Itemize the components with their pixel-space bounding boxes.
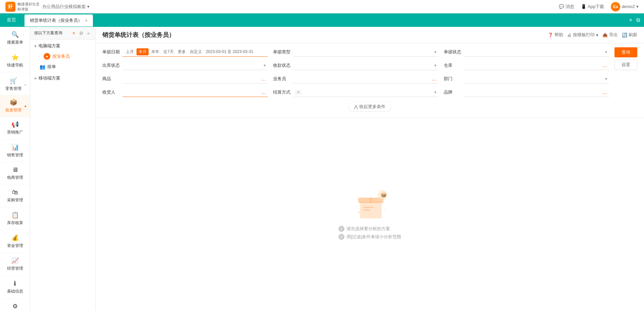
scheme-active-icon: ● — [44, 53, 50, 60]
sidebar-item-inventory[interactable]: 📋 库存核算 — [0, 207, 30, 230]
collapse-panel-icon[interactable]: « — [86, 31, 91, 36]
filter-receipt-status: 收款状态 ▾ — [273, 61, 438, 70]
mobile-arrow-icon: ▾ — [33, 77, 38, 80]
filter-row-2: 出库状态 ▾ 收款状态 ▾ — [102, 61, 609, 70]
dept-label: 部门 — [444, 76, 464, 82]
brand-input[interactable]: ... — [464, 88, 609, 97]
date-range: 2023-03-01 至 2023-03-31 — [206, 49, 253, 55]
page-actions: ❓ 帮助 🖨 按模板打印 ▾ 📤 导出 🔄 刷新 — [548, 32, 637, 38]
export-button[interactable]: 📤 导出 — [602, 32, 618, 38]
desktop-scheme-group[interactable]: ▾ 电脑端方案 — [30, 41, 95, 51]
tab-custom[interactable]: 自定义 — [189, 48, 203, 55]
tip-num-2: 2 — [338, 234, 344, 240]
out-status-input[interactable]: ▾ — [122, 61, 268, 70]
doc-type-arrow-icon: ▾ — [434, 50, 436, 54]
sidebar-label: 经营管理 — [7, 266, 23, 271]
scheme-item-doc[interactable]: 👥 按单 — [30, 62, 95, 72]
warehouse-input[interactable]: ... — [464, 61, 609, 70]
tip-text-2: 用[过滤]条件来缩小分析范围 — [346, 234, 401, 240]
date-input-area[interactable]: 上月 本月 本年 近7天 更多 自定义 2023-03-01 至 2023-03… — [122, 47, 268, 57]
salesman-input[interactable]: ... — [293, 74, 438, 84]
dept-input[interactable]: ▾ — [464, 74, 609, 84]
tab-last-7days[interactable]: 近7天 — [162, 48, 175, 55]
message-button[interactable]: 💬 消息 — [559, 4, 574, 10]
doc-type-label: 单据类型 — [273, 49, 293, 55]
filter-dept: 部门 ▾ — [444, 74, 609, 84]
print-label: 按模板打印 — [573, 32, 595, 38]
filter-brand: 品牌 ... — [444, 88, 609, 97]
top-bar: 好 畅捷通好生意 标准版 办公用品行业模拟账套 ▾ 💬 消息 📱 App下载 E… — [0, 0, 644, 13]
product-input[interactable]: ... — [122, 74, 268, 84]
tab-this-year[interactable]: 本年 — [150, 48, 161, 55]
filter-doc-type: 单据类型 ▾ — [273, 47, 438, 57]
mobile-group-label: 移动端方案 — [39, 75, 60, 81]
sidebar-label: 资金管理 — [7, 243, 23, 249]
payment-input[interactable]: × ▾ — [293, 88, 438, 97]
add-scheme-button[interactable]: + — [71, 31, 76, 36]
sidebar-item-quicknav[interactable]: ⭐ 快捷导航 — [0, 50, 30, 72]
page-title: 销货单统计表（按业务员） — [102, 31, 175, 39]
close-window-icon[interactable]: × — [628, 16, 634, 24]
receiver-input[interactable]: ... — [122, 88, 268, 97]
tab-this-month[interactable]: 本月 — [137, 48, 149, 55]
operations-icon: 📈 — [11, 257, 19, 264]
mobile-scheme-group[interactable]: ▾ 移动端方案 — [30, 73, 95, 83]
retail-arrow-icon: ▲ — [24, 83, 27, 86]
sidebar-item-retail[interactable]: 🛒 零售管理 ▲ — [0, 74, 30, 95]
user-area[interactable]: Ea demo2 ▾ — [611, 2, 639, 11]
tab-close-icon[interactable]: × — [85, 18, 88, 23]
sidebar-item-search[interactable]: 🔍 搜索菜单 — [0, 27, 30, 50]
tab-home[interactable]: 首页 — [0, 13, 23, 27]
doc-type-input[interactable]: ▾ — [293, 47, 438, 57]
svg-rect-4 — [363, 209, 370, 211]
svg-point-9 — [356, 206, 357, 207]
marketing-icon: 📢 — [11, 121, 19, 128]
sidebar-label: 快捷导航 — [7, 62, 23, 68]
restore-window-icon[interactable]: ⧉ — [635, 16, 641, 24]
inventory-icon: 📋 — [11, 211, 19, 219]
collapse-button[interactable]: ⋀ 收起更多条件 — [349, 102, 391, 111]
export-label: 导出 — [609, 32, 618, 38]
filter-main: 单据日期 上月 本月 本年 近7天 更多 自定义 — [102, 47, 637, 97]
out-status-label: 出库状态 — [102, 62, 122, 68]
scheme-settings-icon[interactable]: ⚙ — [78, 31, 84, 36]
sidebar-item-finance[interactable]: 💰 资金管理 — [0, 230, 30, 253]
tab-last-month[interactable]: 上月 — [124, 48, 135, 55]
settings-button[interactable]: 设置 — [614, 59, 637, 70]
sidebar-item-purchase[interactable]: 🛍 采购管理 — [0, 185, 30, 207]
sidebar-item-ecommerce[interactable]: 🖥 电商管理 — [0, 162, 30, 185]
query-button[interactable]: 查询 — [614, 47, 637, 57]
people-icon: 👥 — [40, 64, 45, 69]
search-icon: 🔍 — [11, 31, 19, 38]
panel-title: 按以下方案查询 — [34, 30, 69, 36]
help-label: 帮助 — [554, 32, 563, 38]
app-dropdown[interactable]: 办公用品行业模拟账套 ▾ — [42, 4, 90, 10]
filter-row-1: 单据日期 上月 本月 本年 近7天 更多 自定义 — [102, 47, 609, 57]
tab-more[interactable]: 更多 — [176, 48, 187, 55]
doc-status-input[interactable]: ▾ — [464, 47, 609, 57]
user-chevron-icon: ▾ — [636, 4, 639, 9]
sales-icon: 📊 — [11, 144, 19, 151]
sidebar-item-basicinfo[interactable]: ℹ 基础信息 — [0, 276, 30, 299]
filter-out-status: 出库状态 ▾ — [102, 61, 268, 70]
receipt-status-input[interactable]: ▾ — [293, 61, 438, 70]
top-bar-left: 好 畅捷通好生意 标准版 办公用品行业模拟账套 ▾ — [5, 2, 90, 12]
sidebar-item-system[interactable]: ⚙ 系统管理 — [0, 299, 30, 310]
out-status-arrow-icon: ▾ — [264, 63, 266, 68]
refresh-button[interactable]: 🔄 刷新 — [622, 32, 637, 38]
payment-tag-close[interactable]: × — [297, 90, 300, 95]
app-download-button[interactable]: 📱 App下载 — [581, 4, 604, 10]
scheme-item-salesman[interactable]: ● 按业务员 — [30, 51, 95, 62]
svg-point-8 — [384, 209, 386, 211]
filter-payment: 结算方式 × ▾ — [273, 88, 438, 97]
salesman-dots-icon: ... — [432, 76, 436, 82]
sidebar-item-wholesale[interactable]: 📦 批发管理 ▲ — [0, 95, 30, 117]
sidebar-item-sales[interactable]: 📊 销售管理 — [0, 140, 30, 162]
logo-icon: 好 — [5, 2, 15, 12]
user-avatar: Ea — [611, 2, 620, 11]
template-print-button[interactable]: 🖨 按模板打印 ▾ — [567, 32, 598, 38]
tab-sales-stats[interactable]: 销货单统计表（按业务员） × — [24, 14, 93, 27]
help-button[interactable]: ❓ 帮助 — [548, 32, 563, 38]
sidebar-item-operations[interactable]: 📈 经营管理 — [0, 253, 30, 276]
sidebar-item-marketing[interactable]: 📢 营销推广 — [0, 117, 30, 140]
